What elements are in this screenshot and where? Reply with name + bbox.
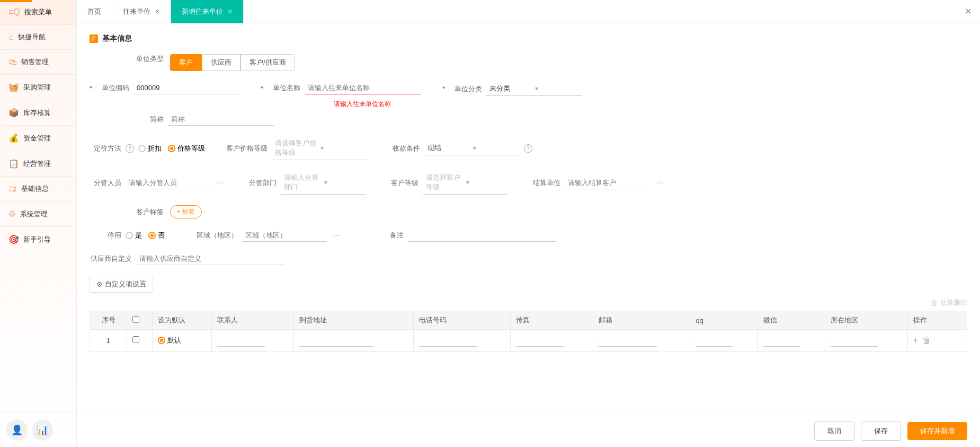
settlement-input[interactable] bbox=[565, 177, 649, 189]
radio-discount[interactable]: 折扣 bbox=[138, 144, 162, 153]
row-fax[interactable] bbox=[511, 330, 593, 352]
radio-disabled-yes[interactable]: 是 bbox=[126, 231, 142, 240]
department-dropdown[interactable]: 请输入分管部门 ▾ bbox=[281, 171, 366, 195]
manager-label: 分管人员 bbox=[90, 178, 121, 188]
section-title: F 基本信息 bbox=[90, 34, 967, 43]
payment-terms-dropdown[interactable]: 现结 ▾ bbox=[424, 141, 520, 155]
row-address-input[interactable] bbox=[299, 334, 373, 347]
batch-delete-label[interactable]: 批量删除 bbox=[940, 298, 967, 308]
row-qq[interactable] bbox=[690, 330, 758, 352]
customer-level-label: 客户等级 bbox=[387, 178, 418, 188]
close-all-tabs[interactable]: ✕ bbox=[965, 6, 972, 16]
th-qq: qq bbox=[690, 311, 758, 330]
row-email-input[interactable] bbox=[599, 334, 657, 347]
sidebar-label-operations: 经营管理 bbox=[23, 159, 51, 169]
th-fax: 传真 bbox=[511, 311, 593, 330]
unit-code-label: 单位编码 bbox=[97, 83, 129, 93]
sidebar-item-finance[interactable]: 💰 资金管理 bbox=[0, 126, 76, 151]
row-fax-input[interactable] bbox=[516, 334, 564, 347]
remark-input[interactable] bbox=[408, 229, 556, 242]
abbr-input[interactable] bbox=[168, 113, 274, 126]
custom-settings-btn[interactable]: ⚙ 自定义项设置 bbox=[90, 276, 153, 293]
unit-name-input[interactable] bbox=[305, 82, 421, 94]
sidebar-item-search[interactable]: ≡Q 搜索菜单 bbox=[0, 0, 76, 25]
payment-help-icon[interactable]: ? bbox=[524, 144, 532, 153]
row-phone[interactable] bbox=[413, 330, 511, 352]
radio-yes-circle bbox=[126, 232, 133, 239]
row-wechat[interactable] bbox=[758, 330, 825, 352]
sidebar-item-system[interactable]: ⚙ 系统管理 bbox=[0, 201, 76, 227]
unit-code-input[interactable] bbox=[133, 82, 239, 94]
tab-new-contact-close[interactable]: ✕ bbox=[227, 8, 233, 15]
row-add-btn[interactable]: + bbox=[913, 336, 918, 345]
row-region-input[interactable] bbox=[831, 334, 878, 347]
custom-settings-area: ⚙ 自定义项设置 bbox=[90, 276, 967, 293]
row-phone-input[interactable] bbox=[419, 334, 477, 347]
row-email[interactable] bbox=[593, 330, 690, 352]
batch-delete-icon: 🗑 bbox=[931, 299, 938, 307]
row-contact-input[interactable] bbox=[217, 334, 265, 347]
manager-input[interactable] bbox=[126, 177, 210, 189]
tab-contacts-close[interactable]: ✕ bbox=[155, 8, 160, 15]
save-new-button[interactable]: 保存并新增 bbox=[907, 422, 967, 440]
select-all-checkbox[interactable] bbox=[132, 316, 139, 323]
manager-row: 分管人员 ··· 分管部门 请输入分管部门 ▾ 客户等级 请选择客户等级 ▾ 结… bbox=[90, 171, 967, 195]
tag-add-btn[interactable]: + 标签 bbox=[170, 205, 202, 218]
row-region[interactable] bbox=[825, 330, 908, 352]
settlement-more-btn[interactable]: ··· bbox=[656, 178, 663, 188]
unit-category-label: 单位分类 bbox=[450, 84, 482, 94]
supplier-custom-input[interactable] bbox=[136, 252, 284, 265]
radio-price-level-label: 价格等级 bbox=[177, 144, 205, 153]
pricing-help-icon[interactable]: ? bbox=[126, 144, 134, 153]
sidebar-item-purchase[interactable]: 🧺 采购管理 bbox=[0, 75, 76, 100]
sidebar-label-basic: 基础信息 bbox=[21, 184, 49, 194]
row-wechat-input[interactable] bbox=[763, 334, 800, 347]
abbr-field: 简称 bbox=[132, 113, 274, 126]
sidebar-user-btn[interactable]: 👤 bbox=[6, 419, 28, 441]
customer-price-level-dropdown[interactable]: 请选择客户价格等级 ▾ bbox=[272, 136, 367, 160]
region-input[interactable] bbox=[242, 229, 327, 242]
disabled-field: 停用 是 否 bbox=[90, 231, 165, 240]
department-field: 分管部门 请输入分管部门 ▾ bbox=[245, 171, 366, 195]
row-qq-input[interactable] bbox=[696, 334, 733, 347]
cancel-button[interactable]: 取消 bbox=[814, 422, 854, 441]
row-address[interactable] bbox=[294, 330, 414, 352]
sidebar-item-operations[interactable]: 📋 经营管理 bbox=[0, 151, 76, 177]
remark-field: 备注 bbox=[372, 229, 556, 242]
unit-category-dropdown[interactable]: 未分类 ▾ bbox=[486, 82, 582, 96]
manager-more-btn[interactable]: ··· bbox=[217, 178, 224, 188]
th-default: 设为默认 bbox=[152, 311, 211, 330]
unit-category-field: * 单位分类 未分类 ▾ bbox=[442, 82, 582, 96]
row-contact[interactable] bbox=[211, 330, 294, 352]
unit-type-both[interactable]: 客户/供应商 bbox=[240, 54, 295, 71]
row-delete-btn[interactable]: 🗑 bbox=[922, 336, 931, 345]
sidebar-settings-btn[interactable]: 📊 bbox=[32, 419, 53, 441]
tab-contacts[interactable]: 往来单位 ✕ bbox=[112, 0, 171, 23]
row-default-radio[interactable]: 默认 bbox=[158, 336, 206, 345]
manager-field: 分管人员 ··· bbox=[90, 177, 224, 189]
sidebar-label-purchase: 采购管理 bbox=[23, 83, 51, 92]
sidebar-item-newbie[interactable]: 🎯 新手引导 bbox=[0, 227, 76, 252]
save-button[interactable]: 保存 bbox=[861, 422, 901, 441]
newbie-icon: 🎯 bbox=[8, 234, 19, 244]
radio-price-level[interactable]: 价格等级 bbox=[168, 144, 205, 153]
row-select-checkbox[interactable] bbox=[132, 336, 139, 343]
radio-disabled-no[interactable]: 否 bbox=[148, 231, 165, 240]
customer-level-dropdown[interactable]: 请选择客户等级 ▾ bbox=[423, 171, 507, 195]
sidebar-item-basic[interactable]: 🗂 基础信息 bbox=[0, 177, 76, 201]
main-area: 首页 往来单位 ✕ 新增往来单位 ✕ ✕ F 基本信息 单位类型 客户 供应商 … bbox=[77, 0, 980, 447]
row-default-label: 默认 bbox=[167, 336, 181, 345]
contacts-table: 序号 设为默认 联系人 到货地址 电话号码 传真 邮箱 qq 微信 所在地区 操… bbox=[90, 311, 967, 352]
tab-home-label: 首页 bbox=[87, 7, 101, 16]
radio-price-level-circle bbox=[168, 145, 175, 152]
sidebar-item-sales[interactable]: 🛍 销售管理 bbox=[0, 50, 76, 75]
sidebar-item-quicknav[interactable]: ⌂ 快捷导航 bbox=[0, 25, 76, 50]
unit-type-customer[interactable]: 客户 bbox=[170, 54, 202, 71]
tab-home[interactable]: 首页 bbox=[77, 0, 112, 23]
unit-type-supplier[interactable]: 供应商 bbox=[202, 54, 240, 71]
batch-delete-area: 🗑 批量删除 bbox=[90, 298, 967, 308]
tab-new-contact[interactable]: 新增往来单位 ✕ bbox=[171, 0, 244, 23]
region-more-btn[interactable]: ··· bbox=[333, 231, 340, 240]
sidebar-item-inventory[interactable]: 📦 库存核算 bbox=[0, 100, 76, 126]
disabled-label: 停用 bbox=[90, 231, 121, 240]
